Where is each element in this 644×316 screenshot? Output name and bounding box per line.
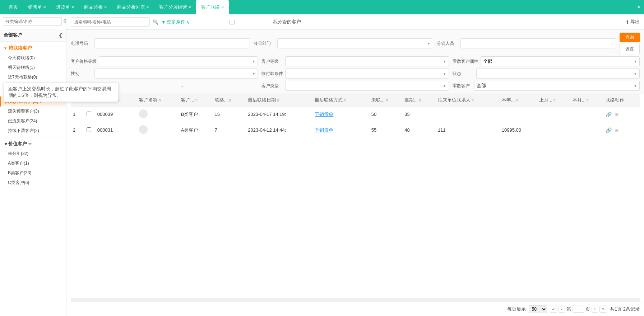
edit-icon[interactable]: ✏	[28, 142, 32, 146]
value-triangle: ▼	[4, 141, 8, 147]
nav-sales[interactable]: 销售单 ×	[23, 0, 51, 14]
action-link-icon-0[interactable]: 🔗	[606, 112, 612, 117]
sort-thismonth-icon[interactable]: ⇅	[586, 98, 589, 102]
next-page-button[interactable]: ›	[592, 306, 598, 313]
pending-triangle: ▼	[4, 46, 7, 50]
filter-search-icon[interactable]: 🔍	[153, 19, 158, 25]
row-checkbox-1[interactable]	[87, 127, 91, 132]
sort-person-icon[interactable]: ⇅	[471, 98, 474, 102]
query-button[interactable]: 查询	[620, 33, 640, 42]
export-icon: ⬆	[625, 19, 629, 25]
sidebar-item-tomorrow[interactable]: 明天待联络(1)	[0, 63, 66, 72]
sidebar-search-input[interactable]	[3, 17, 62, 26]
manager-select[interactable]: ···	[460, 38, 616, 48]
customer-grade-select[interactable]: ▼	[285, 56, 449, 66]
sidebar-item-declining[interactable]: 持续下滑客户(2)	[0, 126, 66, 136]
cell-person-1: 111	[436, 122, 500, 138]
prev-page-button[interactable]: ‹	[559, 306, 565, 313]
main-layout: 🔍 全部客户 ❮ ▼ 待联络客户 今天待联络(0) 明天待联络(1) 近7天待联…	[0, 14, 644, 316]
filter-dots[interactable]: ···	[181, 83, 185, 89]
cell-thismonth-1	[570, 122, 604, 138]
status-select[interactable]: ▼	[476, 69, 640, 79]
last-page-button[interactable]: »	[599, 306, 607, 313]
per-page-label: 每页显示	[507, 306, 526, 312]
customer-grade-filter: 客户等级 ▼	[261, 56, 449, 66]
nav-analysis[interactable]: 商品分析 ×	[79, 0, 112, 14]
row-checkbox-0[interactable]	[87, 112, 91, 116]
phone-input[interactable]	[94, 38, 250, 48]
sort-contact-icon[interactable]: ⇅	[228, 98, 231, 102]
sort-type-icon[interactable]: ⇅	[195, 98, 198, 102]
sidebar-item-classB[interactable]: B类客户(33)	[0, 168, 66, 178]
sort-name-icon[interactable]: ⇅	[158, 98, 161, 102]
sort-lastmonth-icon[interactable]: ⇅	[553, 98, 556, 102]
department-filter: 分管部门 ▼	[254, 38, 433, 48]
cell-index-1: 2	[71, 122, 84, 138]
more-conditions-label: 更多条件	[167, 19, 185, 25]
department-select[interactable]: ▼	[277, 38, 433, 48]
page-number-input[interactable]: 1	[573, 306, 584, 313]
cell-type-0: B类客户	[179, 107, 213, 122]
first-page-button[interactable]: «	[550, 306, 557, 313]
action-link-icon-1[interactable]: 🔗	[606, 127, 612, 133]
status-chevron: ▼	[634, 72, 637, 76]
contact-method-link-1[interactable]: 下销货单	[315, 127, 333, 133]
settings-button[interactable]: 设置	[620, 44, 640, 54]
sidebar-item-unclassified[interactable]: 未分组(32)	[0, 149, 66, 159]
gender-filter: 性别 ▼	[71, 69, 258, 79]
phone-filter: 电话号码	[71, 38, 250, 48]
cell-date-1: 2023-04-12 14:44:	[246, 122, 312, 138]
more-conditions-button[interactable]: ▼ 更多条件 ∧	[161, 19, 190, 25]
retail-customer-select[interactable]: 全部 ▼	[474, 81, 640, 91]
horizontal-scrollbar[interactable]	[71, 298, 640, 302]
action-grid-icon-0[interactable]: ⊞	[615, 112, 619, 117]
avatar-0	[139, 109, 148, 118]
nav-analysis-list[interactable]: 商品分析列表 ×	[112, 0, 154, 14]
export-button[interactable]: ⬆ 导出	[625, 19, 640, 25]
value-group-label: 价值客户	[8, 141, 27, 147]
retail-customer-value: 全部	[477, 82, 486, 89]
cell-thismonth-0	[570, 107, 604, 122]
payment-filter: 收付款条件 ▼	[261, 69, 449, 79]
sidebar-search-icon[interactable]: 🔍	[63, 19, 66, 24]
nav-customer-contact[interactable]: 客户联络 ×	[196, 0, 229, 14]
retail-attribute-select[interactable]: 全部 ▼	[481, 56, 640, 66]
pending-group-header[interactable]: ▼ 待联络客户	[0, 43, 66, 53]
value-group-header[interactable]: ▼ 价值客户 ✏	[0, 139, 66, 149]
sort-method-icon[interactable]: ⇅	[343, 98, 346, 102]
table-header-row: ⚙ 客户编码⇅ 客户名称⇅ 客户...⇅ 联络...⇅ 最后联络日期⇅ 最后联络…	[71, 94, 640, 107]
sort-yearly-icon[interactable]: ⇅	[516, 98, 519, 102]
retail-customer-chevron: ▼	[634, 84, 637, 88]
sort-date-icon[interactable]: ⇅	[277, 98, 279, 102]
nav-purchase[interactable]: 进货单 ×	[51, 0, 79, 14]
cell-unpending-0: 50	[369, 107, 403, 122]
nav-home[interactable]: 首页	[4, 0, 23, 14]
payment-select[interactable]: ▼	[285, 69, 449, 79]
sidebar-item-lost-predict[interactable]: 流失预警客户(3)	[0, 107, 66, 116]
search-input[interactable]	[71, 17, 150, 27]
customer-type-select[interactable]: ▼	[285, 81, 449, 91]
sort-overdue-icon[interactable]: ⇅	[418, 98, 421, 102]
gender-select[interactable]: ▼	[94, 69, 258, 79]
cell-yearly-0	[500, 107, 537, 122]
sidebar-item-classC[interactable]: C类客户(6)	[0, 178, 66, 188]
price-grade-select[interactable]: ▼	[99, 56, 258, 66]
retail-attribute-label: 零散客户属性	[453, 58, 478, 65]
cell-lastmonth-0	[537, 107, 570, 122]
sidebar-item-7days[interactable]: 近7天待联络(0)	[0, 72, 66, 82]
per-page-select[interactable]: 50 20 100	[529, 305, 547, 313]
collapse-icon[interactable]: ❮	[59, 33, 62, 38]
cell-code-1: 000031	[95, 122, 137, 138]
nav-customer-tier[interactable]: 客户分层经营 ×	[154, 0, 196, 14]
manager-dots[interactable]: ···	[610, 41, 613, 46]
action-grid-icon-1[interactable]: ⊞	[615, 127, 619, 133]
close-window-button[interactable]: ×	[637, 4, 640, 10]
contact-method-link-0[interactable]: 下销货单	[315, 112, 333, 117]
my-customers-checkbox[interactable]	[193, 20, 272, 24]
page-suffix-label: 页	[585, 306, 590, 312]
sort-unpending-icon[interactable]: ⇅	[385, 98, 388, 102]
sidebar-item-today[interactable]: 今天待联络(0)	[0, 53, 66, 63]
pending-group-label: 待联络客户	[9, 45, 32, 51]
sidebar-item-lost[interactable]: 已流失客户(24)	[0, 116, 66, 126]
sidebar-item-classA[interactable]: A类客户(1)	[0, 159, 66, 168]
